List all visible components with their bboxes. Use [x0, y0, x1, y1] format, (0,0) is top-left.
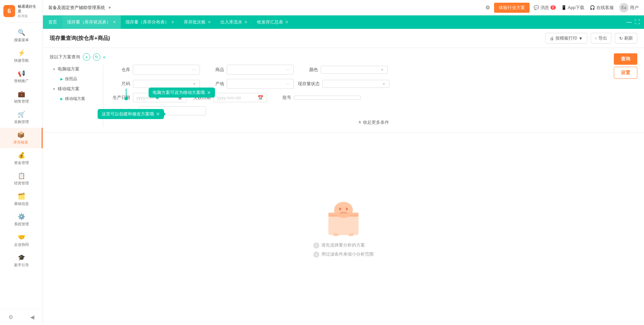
settings-bottom-btn[interactable]: ⚙: [6, 312, 15, 322]
finance-icon: 💰: [18, 152, 25, 159]
tab-home[interactable]: 首页: [43, 15, 62, 29]
svg-point-4: [346, 208, 348, 210]
size-arrow: ▼: [193, 82, 196, 86]
sidebar-item-guide[interactable]: 🎓 新手引导: [0, 251, 43, 271]
refresh-icon: ↻: [619, 36, 623, 41]
tab-bar: 首页 现存量（库存状况表） ✕ 现存量（库存分布表） ✕ 库存批次账 ✕ 出入库…: [43, 15, 644, 29]
tab-batch-account[interactable]: 库存批次账 ✕: [179, 15, 216, 29]
filter-row-4: 现存量（主） —: [110, 106, 637, 115]
page-header: 现存量查询(按仓库+商品) 🖨 按模板打印 ▼ ↑ 导出 ↻ 刷新: [43, 29, 644, 48]
top-header: 装备及固定资产辅助管理系统 ▼ ⚙ 体验行业方案 💬 消息 8 📱 App下载 …: [43, 0, 644, 15]
back-btn[interactable]: «: [103, 54, 106, 60]
empty-state: ① 请先选择要分析的方案 ② 用过滤条件来缩小分析范围: [43, 132, 644, 325]
online-service-item[interactable]: 🎧 在线客服: [590, 5, 614, 11]
connector-dot: [124, 97, 128, 100]
more-conditions-toggle[interactable]: ∧ 收起更多条件: [110, 115, 637, 127]
tab-in-out-flow[interactable]: 出入库流水 ✕: [216, 15, 252, 29]
mobile-scheme-item[interactable]: ▼ 移动端方案: [50, 85, 98, 93]
sidebar-item-search[interactable]: 🔍 搜索菜单: [0, 25, 43, 46]
pc-sub-schemes: ▶ 按照品: [50, 75, 98, 83]
warehouse-dots[interactable]: ···: [192, 67, 196, 73]
scheme-tooltip: 电脑方案可设为移动方案哦 ✕: [149, 88, 215, 98]
sub-mobile-scheme[interactable]: ▶ 移动端方案: [58, 95, 98, 103]
size-field: 尺码 ▼: [110, 80, 200, 88]
tab-close-inventory-status[interactable]: ✕: [113, 20, 116, 24]
sidebar-item-system[interactable]: ⚙️ 系统管理: [0, 210, 43, 230]
batch-field: 批号: [271, 95, 361, 101]
sidebar-item-enterprise[interactable]: 🤝 企业协同: [0, 230, 43, 251]
collapse-btn[interactable]: ◀: [28, 312, 36, 322]
main-content: 装备及固定资产辅助管理系统 ▼ ⚙ 体验行业方案 💬 消息 8 📱 App下载 …: [43, 0, 644, 325]
create-scheme-tooltip: 这里可以创建和修改方案哦 ✕: [98, 109, 164, 119]
expire-date-input[interactable]: yyyy-mm-dd 📅: [213, 93, 267, 102]
refresh-btn[interactable]: ↻ 刷新: [615, 33, 637, 44]
connector-line: [126, 89, 126, 97]
tab-collect-summary[interactable]: 收发存汇总表 ✕: [252, 15, 293, 29]
inventory-icon: 📦: [17, 131, 24, 139]
svg-rect-5: [333, 233, 338, 236]
system-dropdown-icon[interactable]: ▼: [108, 5, 112, 10]
svg-point-3: [339, 208, 341, 210]
goods-select[interactable]: ···: [227, 65, 294, 75]
svg-rect-6: [348, 233, 354, 236]
sidebar-item-finance[interactable]: 💰 资金管理: [0, 148, 43, 169]
sidebar-nav: 🔍 搜索菜单 ⚡ 快捷导航 📢 营销推广 💼 销售管理 🛒 采购管理 📦 库存核…: [0, 23, 43, 309]
sidebar-item-sales[interactable]: 💼 销售管理: [0, 87, 43, 107]
sidebar-item-basic-info[interactable]: 🗂️ 基础信息: [0, 189, 43, 210]
tab-minimize-icon[interactable]: —: [627, 19, 632, 25]
phone-icon: 📱: [561, 5, 567, 10]
export-btn[interactable]: ↑ 导出: [591, 33, 612, 44]
color-field: 颜色 ▼: [298, 66, 388, 74]
experience-btn[interactable]: 体验行业方案: [494, 3, 530, 13]
message-item[interactable]: 💬 消息 8: [534, 5, 556, 11]
app-download-item[interactable]: 📱 App下载: [561, 5, 584, 11]
warehouse-select[interactable]: ···: [133, 65, 200, 75]
sidebar-item-inventory[interactable]: 📦 库存核算: [0, 128, 43, 148]
empty-illustration: [323, 200, 364, 237]
pc-scheme-item[interactable]: ▼ 电脑端方案: [50, 65, 98, 73]
add-scheme-btn[interactable]: +: [83, 53, 90, 61]
sub-scheme-anpinpin[interactable]: ▶ 按照品: [58, 75, 98, 83]
reset-btn[interactable]: 设置: [614, 67, 637, 79]
color-select[interactable]: ▼: [321, 66, 388, 74]
system-title-text: 装备及固定资产辅助管理系统: [48, 5, 105, 11]
create-tooltip-close[interactable]: ✕: [156, 111, 160, 117]
stock-status-select[interactable]: ▼: [322, 80, 389, 88]
tab-close-in-out-flow[interactable]: ✕: [244, 20, 248, 24]
goods-field: 商品 ···: [204, 65, 294, 75]
basic-info-icon: 🗂️: [18, 193, 25, 200]
empty-step-1: ① 请先选择要分析的方案: [313, 242, 374, 249]
refresh-scheme-btn[interactable]: ↻: [93, 53, 100, 61]
header-right: 💬 消息 8 📱 App下载 🎧 在线客服 Ea 用户: [534, 3, 639, 12]
expire-calendar-icon[interactable]: 📅: [258, 95, 263, 100]
sidebar-item-marketing[interactable]: 📢 营销推广: [0, 66, 43, 87]
export-icon: ↑: [595, 36, 597, 41]
user-item[interactable]: Ea 用户: [619, 3, 639, 12]
sidebar-bottom: ⚙ ◀: [0, 309, 43, 325]
scheme-tooltip-close[interactable]: ✕: [207, 90, 211, 95]
tab-inventory-status[interactable]: 现存量（库存状况表） ✕: [62, 15, 121, 29]
origin-select[interactable]: ···: [227, 79, 294, 89]
search-btn[interactable]: 查询: [614, 53, 637, 65]
sidebar-item-operations[interactable]: 📋 经营管理: [0, 169, 43, 189]
print-btn[interactable]: 🖨 按模板打印 ▼: [545, 33, 587, 44]
tab-close-inventory-dist[interactable]: ✕: [171, 20, 174, 24]
tab-close-collect-summary[interactable]: ✕: [285, 20, 288, 24]
goods-dots[interactable]: ···: [286, 67, 290, 73]
size-select[interactable]: ▼: [133, 80, 200, 88]
filter-schemes: ▼ 电脑端方案 ▶ 按照品 ▼ 移动端方案: [50, 65, 103, 127]
tab-maximize-icon[interactable]: ⛶: [635, 19, 640, 25]
color-arrow: ▼: [380, 68, 384, 72]
sidebar-item-purchase[interactable]: 🛒 采购管理: [0, 107, 43, 128]
tab-inventory-dist[interactable]: 现存量（库存分布表） ✕: [121, 15, 179, 29]
guide-icon: 🎓: [18, 254, 25, 261]
origin-dots[interactable]: ···: [286, 81, 290, 87]
settings-gear-icon[interactable]: ⚙: [485, 4, 490, 11]
tab-close-batch-account[interactable]: ✕: [208, 20, 211, 24]
filter-header: 按以下方案查询 + ↻ «: [50, 53, 637, 61]
batch-input[interactable]: [294, 96, 361, 100]
tab-bar-right: — ⛶: [627, 19, 644, 25]
sidebar-item-quick-nav[interactable]: ⚡ 快捷导航: [0, 46, 43, 66]
empty-step-2: ② 用过滤条件来缩小分析范围: [313, 251, 374, 258]
sales-icon: 💼: [18, 90, 25, 98]
